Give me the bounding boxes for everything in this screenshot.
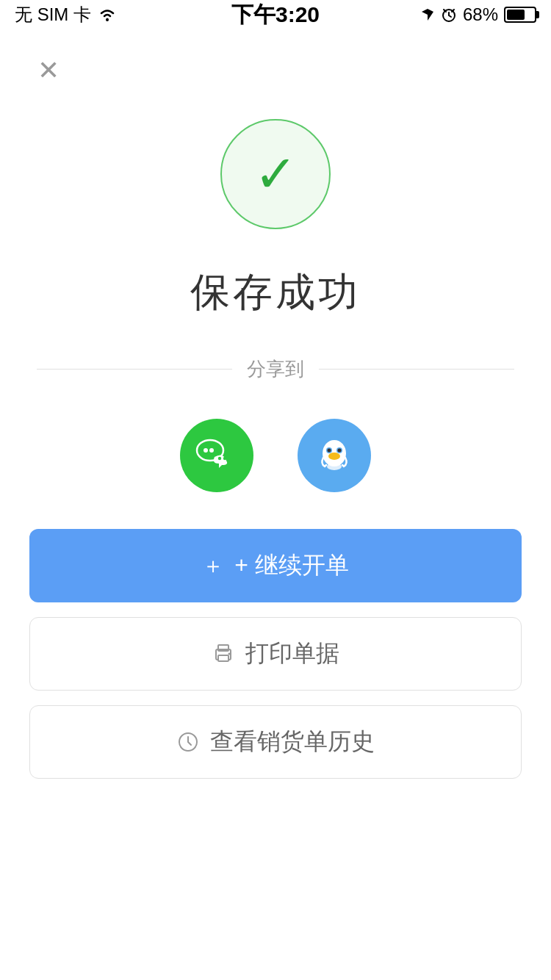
svg-point-5 [218,457,221,460]
history-icon [176,730,200,754]
no-sim-text: 无 SIM 卡 [15,3,91,26]
svg-point-10 [328,449,331,453]
location-icon [420,7,435,22]
svg-point-3 [204,448,208,453]
qq-share-button[interactable] [298,419,371,492]
share-divider: 分享到 [37,356,514,382]
continue-order-button[interactable]: ＋ + 继续开单 [29,529,522,602]
print-button[interactable]: 打印单据 [29,617,522,691]
history-button[interactable]: 查看销货单历史 [29,705,522,779]
close-area: ✕ [0,29,551,90]
checkmark-icon: ✓ [254,148,298,200]
divider-left [37,369,232,370]
printer-icon [212,642,235,666]
plus-icon: ＋ [202,551,224,581]
success-section: ✓ 保存成功 [0,90,551,356]
share-label: 分享到 [247,356,304,382]
wechat-icon [195,437,238,474]
status-right: 68% [420,4,536,25]
print-label: 打印单据 [245,638,339,670]
check-circle: ✓ [220,119,331,229]
svg-point-11 [338,449,342,453]
share-icons-row [37,419,514,492]
status-left: 无 SIM 卡 [15,3,118,26]
history-label: 查看销货单历史 [210,726,375,758]
qq-icon [313,434,356,477]
alarm-icon [441,7,457,23]
svg-point-17 [228,653,231,655]
share-section: 分享到 [0,356,551,492]
svg-rect-16 [218,655,228,661]
svg-point-0 [106,18,109,21]
status-time: 下午3:20 [231,0,320,30]
close-button[interactable]: ✕ [29,51,68,90]
svg-point-13 [327,463,342,470]
actions-section: ＋ + 继续开单 打印单据 查看销货单历史 [0,529,551,779]
svg-point-12 [328,453,340,460]
success-title: 保存成功 [190,266,361,320]
battery-icon [504,7,536,23]
close-icon: ✕ [37,55,60,86]
battery-percent: 68% [463,4,498,25]
wechat-share-button[interactable] [180,419,253,492]
divider-right [319,369,514,370]
status-bar: 无 SIM 卡 下午3:20 68% [0,0,551,29]
wifi-icon [97,7,118,22]
svg-point-4 [209,448,214,453]
continue-order-label: + 继续开单 [234,550,349,582]
svg-point-6 [223,457,226,460]
